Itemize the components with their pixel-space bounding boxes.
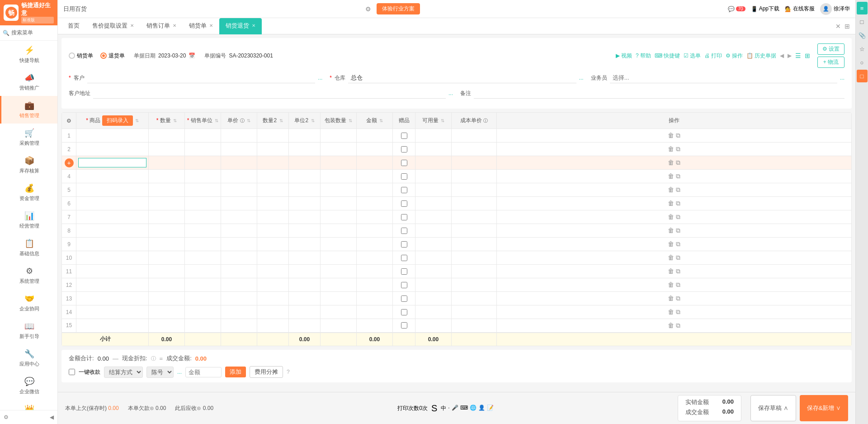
qty2-cell-5[interactable] <box>257 183 289 197</box>
available-cell-6[interactable] <box>415 197 452 210</box>
tab-price-settings-close[interactable]: ✕ <box>130 23 134 28</box>
price-cell-2[interactable] <box>221 143 257 156</box>
gift-checkbox-11[interactable] <box>401 268 407 275</box>
toolbar-video[interactable]: ▶ 视频 <box>616 52 632 60</box>
tab-price-settings[interactable]: 售价提取设置 ✕ <box>86 18 140 34</box>
price-cell-14[interactable] <box>221 305 257 319</box>
search-menu-item[interactable]: 🔍 搜索菜单 <box>0 25 57 41</box>
toolbar-print[interactable]: 🖨 打印 <box>704 52 722 60</box>
qty-sort-icon[interactable]: ⇅ <box>173 118 177 123</box>
product-cell-4[interactable] <box>76 170 149 183</box>
available-cell-4[interactable] <box>415 170 452 183</box>
gift-checkbox-10[interactable] <box>401 255 407 261</box>
sidebar-item-inventory[interactable]: 📦 库存核算 <box>0 151 57 179</box>
unit2-cell-4[interactable] <box>289 170 321 183</box>
qty-cell-9[interactable] <box>149 238 185 251</box>
qty2-cell-14[interactable] <box>257 305 289 319</box>
product-cell-3[interactable] <box>76 156 149 170</box>
tab-sales-order-close[interactable]: ✕ <box>173 23 176 28</box>
available-cell-9[interactable] <box>415 238 452 251</box>
toolbar-shortcut[interactable]: ⌨ 快捷键 <box>655 52 680 60</box>
amount-cell-2[interactable] <box>357 143 393 156</box>
unit-cell-7[interactable] <box>185 210 221 224</box>
delete-icon-9[interactable]: 🗑 <box>668 240 674 248</box>
amount-input[interactable] <box>185 367 222 377</box>
remark-input[interactable] <box>474 88 844 99</box>
unit-cell-1[interactable] <box>185 129 221 143</box>
calendar-icon[interactable]: 📅 <box>189 52 195 59</box>
pkg-cell-6[interactable] <box>321 197 357 210</box>
qty-cell-10[interactable] <box>149 251 185 265</box>
tab-sales-return-close[interactable]: ✕ <box>252 23 255 28</box>
tab-expand-icon[interactable]: ⊞ <box>843 23 852 30</box>
amount-cell-3[interactable] <box>357 156 393 170</box>
qty-cell-3[interactable] <box>149 156 185 170</box>
delete-icon-2[interactable]: 🗑 <box>668 145 674 153</box>
setting-button[interactable]: ⚙ 设置 <box>817 43 844 55</box>
address-dots[interactable]: ... <box>448 90 453 96</box>
qty2-cell-3[interactable] <box>257 156 289 170</box>
delete-icon-10[interactable]: 🗑 <box>668 254 674 262</box>
cost-cell-11[interactable] <box>452 265 497 278</box>
unit2-cell-9[interactable] <box>289 238 321 251</box>
pkg-cell-9[interactable] <box>321 238 357 251</box>
sidebar-item-guide[interactable]: 📖 新手引导 <box>0 317 57 344</box>
price-cell-9[interactable] <box>221 238 257 251</box>
toolbar-operate[interactable]: ⚙ 操作 <box>726 52 743 60</box>
delete-icon-12[interactable]: 🗑 <box>668 281 674 289</box>
unit-cell-14[interactable] <box>185 305 221 319</box>
unit-sort-icon[interactable]: ⇅ <box>215 118 218 123</box>
add-row-button[interactable]: + <box>65 158 74 167</box>
delete-icon-14[interactable]: 🗑 <box>668 308 674 316</box>
copy-icon-13[interactable]: ⧉ <box>676 295 680 302</box>
product-cell-11[interactable] <box>76 265 149 278</box>
sidebar-item-marketing[interactable]: 📣 营销推广 <box>0 68 57 96</box>
product-cell-5[interactable] <box>76 183 149 197</box>
gift-checkbox-1[interactable] <box>401 133 407 139</box>
unit2-cell-10[interactable] <box>289 251 321 265</box>
tab-sales-return[interactable]: 销货退货 ✕ <box>219 18 262 34</box>
available-cell-1[interactable] <box>415 129 452 143</box>
copy-icon-10[interactable]: ⧉ <box>676 254 680 262</box>
delete-icon-7[interactable]: 🗑 <box>668 213 674 221</box>
unit2-cell-8[interactable] <box>289 224 321 238</box>
sidebar-item-system[interactable]: ⚙ 系统管理 <box>0 262 57 289</box>
tab-sales-slip[interactable]: 销货单 ✕ <box>183 18 219 34</box>
gift-checkbox-2[interactable] <box>401 146 407 152</box>
collapse-icon[interactable]: ◀ <box>50 414 54 420</box>
available-cell-10[interactable] <box>415 251 452 265</box>
qty2-cell-10[interactable] <box>257 251 289 265</box>
unit-cell-13[interactable] <box>185 292 221 305</box>
topbar-gear-icon[interactable]: ⚙ <box>365 5 371 13</box>
qty2-cell-6[interactable] <box>257 197 289 210</box>
account-dots[interactable]: ... <box>177 369 182 375</box>
logistics-button[interactable]: + 物流 <box>817 57 844 68</box>
delete-icon-3[interactable]: 🗑 <box>668 159 674 167</box>
qty2-cell-15[interactable] <box>257 319 289 333</box>
qty2-cell-9[interactable] <box>257 238 289 251</box>
unit-cell-11[interactable] <box>185 265 221 278</box>
product-input-3[interactable] <box>78 158 146 167</box>
qty-cell-4[interactable] <box>149 170 185 183</box>
gift-checkbox-7[interactable] <box>401 214 407 220</box>
unit2-cell-15[interactable] <box>289 319 321 333</box>
radio-return-slip[interactable]: 退货单 <box>100 52 125 60</box>
cost-cell-12[interactable] <box>452 278 497 292</box>
save-new-button[interactable]: 保存&新增 ∨ <box>800 395 848 421</box>
address-input[interactable] <box>93 88 446 99</box>
right-panel-btn-1[interactable]: ≡ <box>857 2 868 14</box>
qty2-sort-icon[interactable]: ⇅ <box>279 118 283 123</box>
qty-cell-15[interactable] <box>149 319 185 333</box>
qty-cell-11[interactable] <box>149 265 185 278</box>
scan-button[interactable]: 扫码录入 <box>102 115 133 126</box>
available-cell-3[interactable] <box>415 156 452 170</box>
price-cell-7[interactable] <box>221 210 257 224</box>
unit-cell-6[interactable] <box>185 197 221 210</box>
copy-icon-3[interactable]: ⧉ <box>676 159 680 167</box>
sidebar-item-cooperation[interactable]: 🤝 企业协同 <box>0 289 57 317</box>
amount-cell-11[interactable] <box>357 265 393 278</box>
save-draft-button[interactable]: 保存草稿 ∧ <box>750 395 796 421</box>
available-cell-8[interactable] <box>415 224 452 238</box>
unit2-cell-5[interactable] <box>289 183 321 197</box>
trial-button[interactable]: 体验行业方案 <box>377 3 420 14</box>
